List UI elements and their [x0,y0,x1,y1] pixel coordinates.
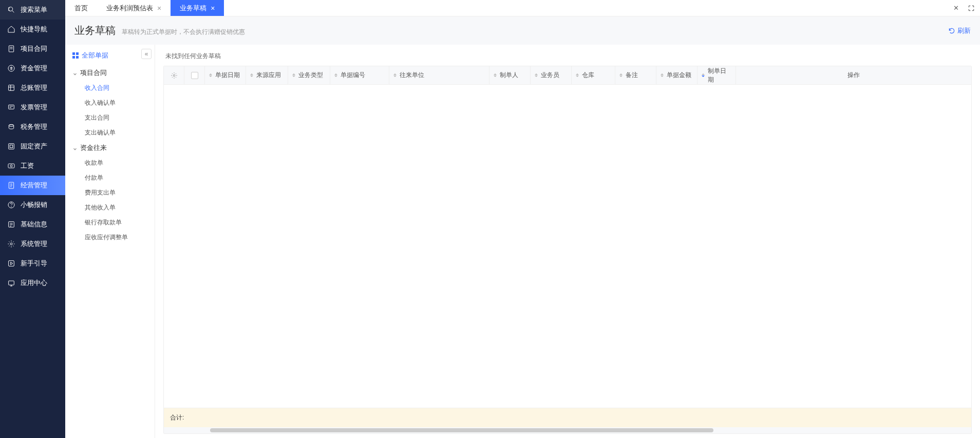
filter-leaf-expense-contract[interactable]: 支出合同 [65,110,155,125]
sidebar-item-tax[interactable]: 税务管理 [0,117,65,137]
footer-total-label: 合计: [170,414,184,421]
sidebar-item-guide[interactable]: 新手引导 [0,254,65,273]
fullscreen-icon[interactable] [967,4,976,13]
column-note[interactable]: 备注 [615,66,656,84]
svg-rect-36 [9,281,14,285]
sidebar-label: 固定资产 [21,142,47,151]
close-icon[interactable]: × [211,5,215,12]
filter-leaf-expense-confirm[interactable]: 支出确认单 [65,125,155,140]
svg-point-33 [10,243,12,245]
sort-icon [494,73,498,77]
sort-icon [393,73,398,77]
business-icon [7,181,15,189]
sidebar-item-contract[interactable]: 项目合同 [0,39,65,59]
tab-label: 业务草稿 [180,4,206,13]
svg-point-28 [11,206,12,207]
horizontal-scrollbar[interactable] [164,427,971,433]
collapse-panel-button[interactable]: « [141,49,152,59]
sidebar-label: 系统管理 [21,239,47,249]
refresh-icon [948,27,955,34]
svg-rect-15 [9,105,14,109]
sidebar-item-fund[interactable]: 资金管理 [0,59,65,78]
ledger-icon [7,84,15,92]
sidebar-label: 总账管理 [21,83,47,92]
base-icon [7,220,15,228]
filter-leaf-income-confirm[interactable]: 收入确认单 [65,96,155,110]
svg-point-43 [173,74,175,77]
reimburse-icon [7,201,15,209]
sidebar-item-quicknav[interactable]: 快捷导航 [0,20,65,39]
sidebar-label: 税务管理 [21,122,47,131]
filter-leaf-other-income[interactable]: 其他收入单 [65,200,155,215]
top-actions: ✕ [951,4,976,13]
filter-panel: « 全部单据 项目合同 收入合同 收入确认单 支出合同 支出确认单 资金往来 收… [65,45,155,438]
page-hint: 草稿转为正式单据时，不会执行满赠促销优惠 [122,28,245,36]
sidebar-label: 资金管理 [21,64,47,73]
svg-rect-39 [72,52,75,55]
sidebar-item-ledger[interactable]: 总账管理 [0,78,65,98]
close-all-icon[interactable]: ✕ [951,4,960,13]
column-warehouse[interactable]: 仓库 [572,66,615,84]
column-partner[interactable]: 往来单位 [389,66,489,84]
filter-group-fund[interactable]: 资金往来 [65,140,155,156]
table-header: 单据日期 来源应用 业务类型 单据编号 往来单位 制单人 业务员 仓库 备注 单… [164,66,971,85]
svg-rect-41 [72,56,75,59]
sort-icon [250,73,254,77]
search-icon [7,6,15,14]
column-create-date[interactable]: 制单日期 [698,66,736,84]
column-doc-no[interactable]: 单据编号 [330,66,389,84]
tab-home[interactable]: 首页 [65,0,97,16]
empty-message: 未找到任何业务草稿 [163,51,972,66]
column-amount[interactable]: 单据金额 [656,66,698,84]
filter-leaf-payment[interactable]: 付款单 [65,170,155,185]
column-salesperson[interactable]: 业务员 [531,66,572,84]
sort-icon [619,73,624,77]
column-maker[interactable]: 制单人 [489,66,531,84]
sidebar-item-reimburse[interactable]: 小畅报销 [0,195,65,215]
asset-icon [7,142,15,150]
scrollbar-thumb[interactable] [210,428,713,432]
sidebar-item-search[interactable]: 搜索菜单 [0,0,65,20]
column-doc-date[interactable]: 单据日期 [205,66,246,84]
sidebar-label: 发票管理 [21,103,47,112]
sidebar-item-asset[interactable]: 固定资产 [0,137,65,156]
sort-icon [209,73,213,77]
invoice-icon [7,103,15,111]
filter-all-label: 全部单据 [82,51,108,60]
money-icon [7,64,15,72]
svg-line-1 [12,11,14,12]
sidebar-label: 项目合同 [21,44,47,53]
filter-leaf-ar-ap-adjust[interactable]: 应收应付调整单 [65,230,155,245]
sidebar-item-appcenter[interactable]: 应用中心 [0,273,65,293]
sidebar-item-salary[interactable]: 工资 [0,156,65,176]
refresh-button[interactable]: 刷新 [948,26,971,35]
select-all-checkbox[interactable] [191,72,198,79]
tab-business-draft[interactable]: 业务草稿 × [171,0,224,16]
filter-leaf-bank-transfer[interactable]: 银行存取款单 [65,215,155,230]
close-icon[interactable]: × [157,5,161,12]
column-settings[interactable] [164,66,184,84]
filter-leaf-expense-bill[interactable]: 费用支出单 [65,185,155,200]
filter-leaf-income-contract[interactable]: 收入合同 [65,81,155,96]
sidebar-label: 快捷导航 [21,25,47,34]
tabs-row: 首页 业务利润预估表 × 业务草稿 × ✕ [65,0,980,16]
gear-icon [171,72,178,79]
sidebar-label: 应用中心 [21,278,47,288]
tab-profit-estimate[interactable]: 业务利润预估表 × [97,0,171,16]
filter-leaf-receipt[interactable]: 收款单 [65,156,155,170]
column-biz-type[interactable]: 业务类型 [288,66,330,84]
tax-icon [7,123,15,131]
sidebar-item-invoice[interactable]: 发票管理 [0,98,65,117]
refresh-label: 刷新 [957,26,971,35]
svg-marker-35 [11,262,13,264]
sidebar-item-baseinfo[interactable]: 基础信息 [0,215,65,234]
column-source-app[interactable]: 来源应用 [246,66,288,84]
sidebar-item-system[interactable]: 系统管理 [0,234,65,254]
content-area: 未找到任何业务草稿 单据日期 来源应用 业务类型 单据编号 往来单位 [155,45,980,438]
main-area: 首页 业务利润预估表 × 业务草稿 × ✕ 业务草稿 草稿转为正式单据时，不会执… [65,0,980,438]
svg-point-22 [10,165,12,167]
filter-group-label: 项目合同 [80,68,107,78]
sidebar-item-business[interactable]: 经营管理 [0,176,65,195]
home-icon [7,25,15,33]
filter-group-contract[interactable]: 项目合同 [65,65,155,81]
